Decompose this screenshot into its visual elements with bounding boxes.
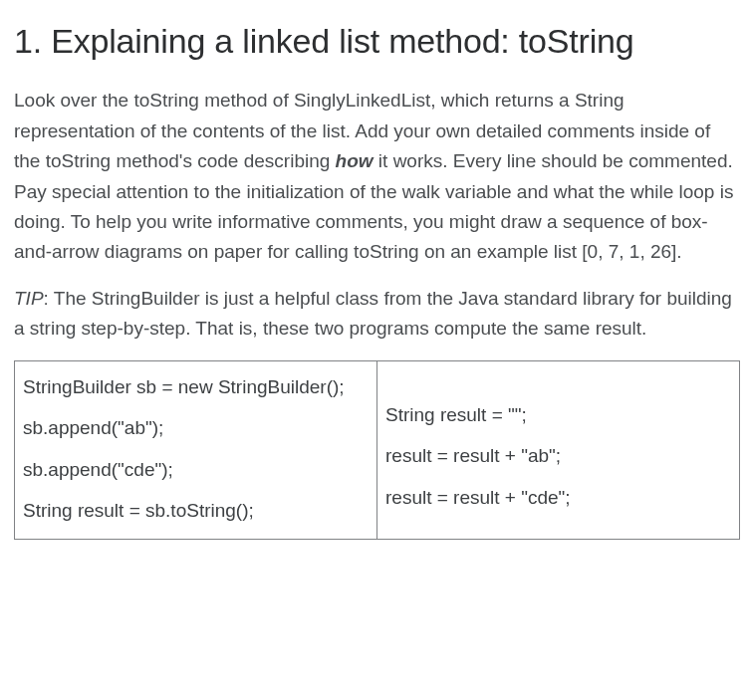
tip-label: TIP	[14, 288, 44, 309]
code-line: StringBuilder sb = new StringBuilder();	[23, 373, 369, 401]
right-code-cell: String result = ""; result = result + "a…	[377, 360, 740, 539]
code-line: String result = "";	[385, 401, 731, 429]
how-emphasis: how	[336, 150, 374, 171]
code-comparison-table: StringBuilder sb = new StringBuilder(); …	[14, 360, 740, 540]
instructions-paragraph: Look over the toString method of SinglyL…	[14, 86, 740, 267]
left-code-cell: StringBuilder sb = new StringBuilder(); …	[15, 360, 377, 539]
code-line: result = result + "cde";	[385, 484, 731, 512]
code-line: String result = sb.toString();	[23, 497, 369, 525]
code-line: result = result + "ab";	[385, 442, 731, 470]
code-line: sb.append("cde");	[23, 456, 369, 484]
tip-paragraph: TIP: The StringBuilder is just a helpful…	[14, 284, 740, 345]
code-line: sb.append("ab");	[23, 414, 369, 442]
tip-text: : The StringBuilder is just a helpful cl…	[14, 288, 732, 339]
page-title: 1. Explaining a linked list method: toSt…	[14, 14, 740, 68]
table-row: StringBuilder sb = new StringBuilder(); …	[15, 360, 740, 539]
